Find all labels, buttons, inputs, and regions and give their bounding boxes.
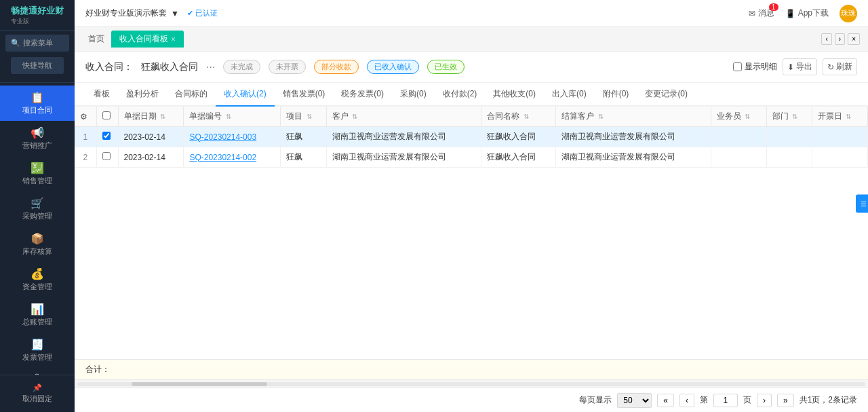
sub-tab-tax-invoice[interactable]: 税务发票(0) xyxy=(333,83,392,107)
tab-home[interactable]: 首页 xyxy=(83,31,110,48)
sub-tab-dashboard[interactable]: 看板 xyxy=(85,83,118,107)
sub-tab-other[interactable]: 其他收支(0) xyxy=(485,83,544,107)
last-page-button[interactable]: » xyxy=(777,394,794,407)
first-page-button[interactable]: « xyxy=(657,394,674,407)
table-wrapper: ⚙ 单据日期 ⇅ 单据编号 ⇅ 项目 ⇅ 客户 ⇅ 合同名称 ⇅ 结算客户 ⇅ … xyxy=(75,107,868,359)
invoice-icon: 🧾 xyxy=(31,338,44,351)
next-page-button[interactable]: › xyxy=(757,394,772,407)
status-partial-btn[interactable]: 部分收款 xyxy=(314,60,359,74)
sub-tab-income-confirm[interactable]: 收入确认(2) xyxy=(216,83,275,107)
pagination: 每页显示 50 100 200 « ‹ 第 页 › » 共1页，2条记录 xyxy=(75,388,868,412)
sub-tab-subject[interactable]: 合同标的 xyxy=(167,83,216,107)
app-download-button[interactable]: 📱 App下载 xyxy=(785,7,829,19)
more-button[interactable]: ··· xyxy=(206,62,215,73)
show-detail-checkbox-label[interactable]: 显示明细 xyxy=(733,61,777,73)
prev-page-button[interactable]: ‹ xyxy=(679,394,694,407)
bill-no-link[interactable]: SQ-20230214-002 xyxy=(189,153,256,162)
sidebar-item-inventory[interactable]: 📦 库存核算 xyxy=(0,227,75,262)
col-bill-no[interactable]: 单据编号 ⇅ xyxy=(184,107,281,127)
tab-nav-close[interactable]: × xyxy=(848,33,860,45)
company-name: 好业财专业版演示帐套 xyxy=(85,7,167,19)
sidebar-item-marketing[interactable]: 📢 营销推广 xyxy=(0,121,75,156)
page-number-input[interactable] xyxy=(713,394,738,407)
row-project: 狂飙 xyxy=(281,127,326,147)
sidebar-item-tax[interactable]: 🏛 税务管理 xyxy=(0,368,75,375)
show-detail-checkbox[interactable] xyxy=(733,62,742,71)
row-date: 2023-02-14 xyxy=(118,127,184,147)
ledger-icon: 📊 xyxy=(31,303,44,316)
tab-nav-prev[interactable]: ‹ xyxy=(821,33,831,45)
sub-tab-purchase[interactable]: 采购(0) xyxy=(392,83,435,107)
scrollbar-track xyxy=(77,382,865,386)
funds-icon: 💰 xyxy=(31,267,44,280)
tab-close-button[interactable]: × xyxy=(171,35,176,44)
search-menu-button[interactable]: 🔍 搜索菜单 xyxy=(5,35,69,52)
refresh-button[interactable]: ↻ 刷新 xyxy=(823,58,857,75)
search-menu-label: 搜索菜单 xyxy=(23,38,53,48)
export-button[interactable]: ⬇ 导出 xyxy=(783,58,817,75)
message-icon: ✉ xyxy=(749,9,755,18)
col-customer[interactable]: 客户 ⇅ xyxy=(326,107,481,127)
sort-icon: ⇅ xyxy=(524,113,529,120)
sub-tab-payment[interactable]: 收付款(2) xyxy=(435,83,486,107)
content-area: 收入合同： 狂飙收入合同 ··· 未完成 未开票 部分收款 已收入确认 已生效 … xyxy=(75,52,868,412)
settings-icon[interactable]: ⚙ xyxy=(80,112,87,121)
row-project: 狂飙 xyxy=(281,147,326,168)
status-uninvoiced-btn[interactable]: 未开票 xyxy=(269,60,306,74)
sub-tab-sales-invoice[interactable]: 销售发票(0) xyxy=(275,83,334,107)
topbar: 好业财专业版演示帐套 ▼ ✔ 已认证 ✉ 1 消息 📱 App下载 珠珠 xyxy=(75,0,868,27)
sub-tab-change-log[interactable]: 变更记录(0) xyxy=(637,83,696,107)
sidebar-item-funds[interactable]: 💰 资金管理 xyxy=(0,262,75,297)
sidebar-item-label: 项目合同 xyxy=(22,105,52,115)
select-all-checkbox[interactable] xyxy=(102,111,111,119)
tab-nav-next[interactable]: › xyxy=(835,33,845,45)
row-customer: 湖南卫视商业运营发展有限公司 xyxy=(326,127,481,147)
scrollbar-thumb[interactable] xyxy=(132,382,267,386)
chevron-down-icon: ▼ xyxy=(171,9,179,18)
show-detail-label: 显示明细 xyxy=(745,61,777,73)
sub-tab-attachment[interactable]: 附件(0) xyxy=(595,83,637,107)
tab-income-contract[interactable]: 收入合同看板 × xyxy=(111,31,184,48)
search-icon: 🔍 xyxy=(11,39,20,48)
sidebar-item-unpin[interactable]: 📌 取消固定 xyxy=(0,378,75,409)
col-contract-name[interactable]: 合同名称 ⇅ xyxy=(481,107,556,127)
col-settlement-customer[interactable]: 结算客户 ⇅ xyxy=(556,107,711,127)
bill-no-link[interactable]: SQ-20230214-003 xyxy=(189,132,256,142)
col-invoice-date[interactable]: 开票日 ⇅ xyxy=(812,107,867,127)
tabbar-nav: ‹ › × xyxy=(821,33,860,45)
sidebar-item-purchase[interactable]: 🛒 采购管理 xyxy=(0,191,75,227)
sort-icon: ⇅ xyxy=(226,113,231,120)
sidebar-item-project-contract[interactable]: 📋 项目合同 xyxy=(0,86,75,121)
float-action-button[interactable]: ☰ xyxy=(856,195,868,213)
quick-nav-button[interactable]: 快捷导航 xyxy=(11,57,64,74)
col-project[interactable]: 项目 ⇅ xyxy=(281,107,326,127)
sidebar-item-label: 销售管理 xyxy=(22,176,52,186)
sort-icon: ⇅ xyxy=(307,113,312,120)
sidebar-item-label: 营销推广 xyxy=(22,141,52,151)
horizontal-scrollbar[interactable] xyxy=(75,379,868,388)
per-page-select[interactable]: 50 100 200 xyxy=(617,393,652,408)
verified-badge: ✔ 已认证 xyxy=(187,8,218,18)
message-button[interactable]: ✉ 1 消息 xyxy=(749,7,774,19)
row-bill-no: SQ-20230214-002 xyxy=(184,147,281,168)
row-checkbox[interactable] xyxy=(102,132,111,140)
status-confirmed-btn[interactable]: 已收入确认 xyxy=(367,60,419,74)
user-avatar[interactable]: 珠珠 xyxy=(840,5,857,22)
sort-icon: ⇅ xyxy=(598,113,604,120)
sub-tab-warehouse[interactable]: 出入库(0) xyxy=(544,83,595,107)
sidebar-item-invoice[interactable]: 🧾 发票管理 xyxy=(0,333,75,368)
company-selector[interactable]: 好业财专业版演示帐套 ▼ xyxy=(85,7,179,19)
sub-tab-profit[interactable]: 盈利分析 xyxy=(118,83,167,107)
col-department[interactable]: 部门 ⇅ xyxy=(766,107,812,127)
status-incomplete-btn[interactable]: 未完成 xyxy=(223,60,260,74)
project-contract-icon: 📋 xyxy=(31,91,44,104)
col-settings: ⚙ xyxy=(75,107,96,127)
sidebar-item-sales[interactable]: 💹 销售管理 xyxy=(0,156,75,191)
col-salesperson[interactable]: 业务员 ⇅ xyxy=(711,107,766,127)
main-content: 好业财专业版演示帐套 ▼ ✔ 已认证 ✉ 1 消息 📱 App下载 珠珠 xyxy=(75,0,868,412)
sub-tabs: 看板 盈利分析 合同标的 收入确认(2) 销售发票(0) 税务发票(0) 采购(… xyxy=(75,83,868,107)
sidebar-item-ledger[interactable]: 📊 总账管理 xyxy=(0,297,75,333)
row-checkbox[interactable] xyxy=(102,152,111,160)
status-effective-btn[interactable]: 已生效 xyxy=(427,60,465,74)
col-date[interactable]: 单据日期 ⇅ xyxy=(118,107,184,127)
